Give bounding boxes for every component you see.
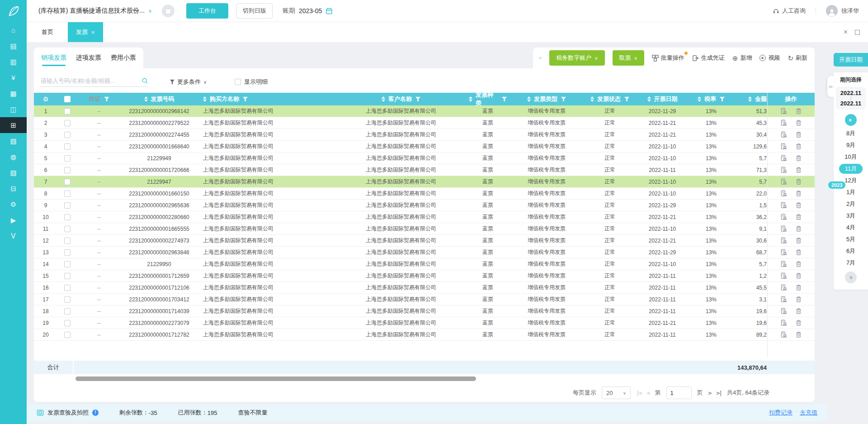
delete-invoice-icon[interactable]: [795, 319, 802, 326]
sidebar-item-reports[interactable]: ▤: [0, 38, 27, 54]
sidebar-item-salary[interactable]: ⊟: [0, 181, 27, 196]
view-invoice-icon[interactable]: [780, 237, 787, 244]
view-invoice-icon[interactable]: [780, 143, 787, 150]
sidebar-item-funds[interactable]: ¥: [0, 70, 27, 86]
support-link[interactable]: 人工咨询: [773, 7, 806, 15]
month-4月[interactable]: 4月: [834, 222, 868, 233]
sidebar-item-charts[interactable]: ▥: [0, 54, 27, 70]
table-row[interactable]: 6--22312000000001720666上海思多励国际贸易有限公司上海思多…: [34, 164, 815, 176]
delete-invoice-icon[interactable]: [795, 202, 802, 209]
delete-invoice-icon[interactable]: [795, 155, 802, 162]
table-row[interactable]: 20--22312000000001712782上海思多励国际贸易有限公司上海思…: [34, 329, 815, 341]
close-all-tabs-icon[interactable]: ×: [844, 29, 848, 36]
delete-invoice-icon[interactable]: [795, 331, 802, 338]
view-invoice-icon[interactable]: [780, 331, 787, 338]
period-to[interactable]: 2022.11: [837, 100, 865, 107]
delete-invoice-icon[interactable]: [795, 284, 802, 291]
col-header-type[interactable]: 发票类型: [507, 93, 586, 105]
view-invoice-icon[interactable]: [780, 284, 787, 291]
fee-records-link[interactable]: 扣费记录: [769, 409, 793, 417]
view-invoice-icon[interactable]: [780, 296, 787, 303]
per-page-select[interactable]: 20 ∨: [602, 386, 631, 399]
more-conditions-button[interactable]: 更多条件 ∨: [170, 78, 207, 86]
table-row[interactable]: 17--22312000000001703412上海思多励国际贸易有限公司上海思…: [34, 294, 815, 305]
table-row[interactable]: 15--22312000000001712659上海思多励国际贸易有限公司上海思…: [34, 270, 815, 282]
delete-invoice-icon[interactable]: [795, 108, 802, 114]
row-checkbox[interactable]: [64, 226, 71, 232]
row-checkbox[interactable]: [64, 108, 71, 114]
view-invoice-icon[interactable]: [780, 272, 787, 279]
table-row[interactable]: 2--22312000000002279522上海思多励国际贸易有限公司上海思多…: [34, 117, 815, 129]
row-checkbox[interactable]: [64, 179, 71, 185]
table-row[interactable]: 9--22312000000002965636上海思多励国际贸易有限公司上海思多…: [34, 200, 815, 211]
filter-icon[interactable]: [624, 97, 629, 101]
filter-icon[interactable]: [561, 97, 566, 101]
filter-icon[interactable]: [502, 97, 507, 101]
filter-icon[interactable]: [104, 97, 109, 101]
view-invoice-icon[interactable]: [780, 155, 787, 162]
scrollbar-thumb[interactable]: [75, 376, 476, 381]
delete-invoice-icon[interactable]: [795, 143, 802, 150]
filter-icon[interactable]: [415, 97, 420, 101]
view-invoice-icon[interactable]: [780, 131, 787, 138]
tab-invoice[interactable]: 发票 ×: [68, 22, 103, 42]
page-input[interactable]: [666, 386, 692, 399]
last-page-icon[interactable]: >|: [716, 390, 722, 396]
view-invoice-icon[interactable]: [780, 214, 787, 220]
table-row[interactable]: 4--22312000000001668640上海思多励国际贸易有限公司上海思多…: [34, 141, 815, 152]
show-detail-toggle[interactable]: 显示明细: [235, 78, 268, 86]
delete-invoice-icon[interactable]: [795, 178, 802, 185]
tab-home[interactable]: 首页: [33, 22, 61, 42]
search-icon[interactable]: [142, 77, 148, 84]
search-input[interactable]: [41, 77, 142, 84]
invoice-scan-entry[interactable]: 发票查验及拍照 !: [37, 409, 99, 417]
delete-invoice-icon[interactable]: [795, 190, 802, 197]
view-invoice-icon[interactable]: [780, 261, 787, 267]
delete-invoice-icon[interactable]: [795, 296, 802, 303]
table-row[interactable]: 8--22312000000001660150上海思多励国际贸易有限公司上海思多…: [34, 188, 815, 200]
scroll-months-down-icon[interactable]: «: [845, 272, 857, 283]
sidebar-item-vip[interactable]: Ⅴ: [0, 228, 27, 244]
month-2月[interactable]: 2月: [834, 198, 868, 210]
qr-scan-icon[interactable]: [539, 54, 542, 62]
column-settings-icon[interactable]: ⚙: [43, 95, 49, 103]
sidebar-item-home[interactable]: ⌂: [0, 22, 27, 38]
col-header-amount[interactable]: 金额: [731, 93, 767, 105]
calendar-icon[interactable]: [326, 7, 333, 14]
month-7月[interactable]: 7月: [834, 257, 868, 269]
delete-invoice-icon[interactable]: [795, 272, 802, 279]
filter-icon[interactable]: [720, 97, 725, 101]
company-selector[interactable]: (库存核算) 直播畅捷通信息技术股份... ∨: [38, 7, 152, 15]
col-header-tax_rate[interactable]: 税率: [691, 93, 731, 105]
sidebar-item-modules[interactable]: ◫: [0, 101, 27, 117]
view-invoice-icon[interactable]: [780, 119, 787, 126]
table-row[interactable]: 14--21229950上海思多励国际贸易有限公司上海思多励国际贸易有限公司蓝票…: [34, 258, 815, 270]
table-row[interactable]: 19--22312000000002273079上海思多励国际贸易有限公司上海思…: [34, 317, 815, 329]
delete-invoice-icon[interactable]: [795, 237, 802, 244]
view-invoice-icon[interactable]: [780, 190, 787, 197]
col-header-customer[interactable]: 客户名称: [333, 93, 469, 105]
row-checkbox[interactable]: [64, 202, 71, 209]
sort-icon[interactable]: [647, 96, 651, 102]
month-3月[interactable]: 3月: [834, 210, 868, 222]
row-checkbox[interactable]: [64, 332, 71, 338]
row-checkbox[interactable]: [64, 167, 71, 173]
table-row[interactable]: 13--22312000000002963846上海思多励国际贸易有限公司上海思…: [34, 247, 815, 258]
row-checkbox[interactable]: [64, 214, 71, 220]
table-row[interactable]: 3--22312000000002274455上海思多励国际贸易有限公司上海思多…: [34, 129, 815, 141]
sidebar-item-invoice[interactable]: ⊞: [0, 117, 27, 133]
row-checkbox[interactable]: [64, 143, 71, 150]
show-detail-checkbox[interactable]: [235, 79, 241, 85]
row-checkbox[interactable]: [64, 285, 71, 291]
col-header-buyer[interactable]: 购买方名称: [198, 93, 333, 105]
view-invoice-icon[interactable]: [780, 225, 787, 232]
col-header-voucher[interactable]: 凭证: [77, 93, 121, 105]
sidebar-item-inventory[interactable]: ▨: [0, 165, 27, 181]
row-checkbox[interactable]: [64, 191, 71, 197]
month-5月[interactable]: 5月: [834, 233, 868, 245]
col-header-invoice_no[interactable]: 发票号码: [121, 93, 198, 105]
delete-invoice-icon[interactable]: [795, 167, 802, 173]
clipboard-icon[interactable]: [162, 5, 175, 17]
period-value[interactable]: 2023-05: [299, 7, 322, 14]
col-header-kind[interactable]: 发票种类: [469, 93, 507, 105]
